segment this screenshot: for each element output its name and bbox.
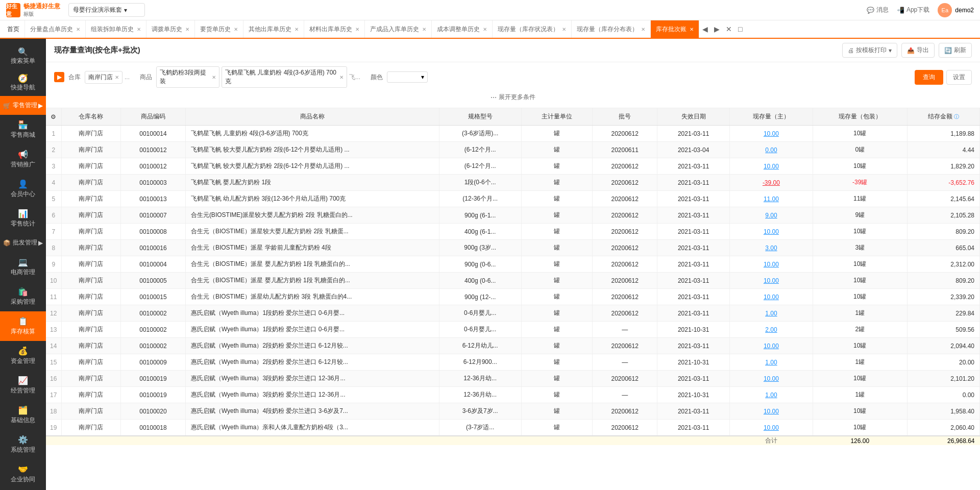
sidebar-item-stock[interactable]: 📋 库存核算 bbox=[0, 311, 46, 341]
sidebar-item-ecommerce[interactable]: 💻 电商管理 bbox=[0, 252, 46, 282]
tab-stock-dist[interactable]: 现存量（库存分布表）✕ bbox=[572, 20, 651, 38]
tab-prev-btn[interactable]: ◀ bbox=[699, 20, 711, 38]
tab-batch[interactable]: 库存批次账✕ bbox=[651, 20, 699, 38]
sidebar: 🔍 搜索英单 🧭 快捷导航 🛒 零售管理 ▶ 🏪 零售商城 📢 营销推广 👤 会… bbox=[0, 39, 46, 490]
col-settings[interactable]: ⚙ bbox=[46, 108, 61, 126]
tab-close[interactable]: ✕ bbox=[76, 27, 80, 32]
app-download-btn[interactable]: 📲 App下载 bbox=[897, 6, 929, 14]
sidebar-item-marketing[interactable]: 📢 营销推广 bbox=[0, 144, 46, 174]
export-icon: 📤 bbox=[907, 47, 915, 54]
sidebar-item-finance[interactable]: 💰 资金管理 bbox=[0, 341, 46, 371]
sidebar-item-basic[interactable]: 🗂️ 基础信息 bbox=[0, 400, 46, 430]
tab-split-inventory[interactable]: 分量盘点单历史✕ bbox=[25, 20, 86, 38]
sidebar-item-purchase[interactable]: 🛍️ 采购管理 bbox=[0, 282, 46, 311]
export-btn[interactable]: 📤 导出 bbox=[901, 43, 935, 58]
tab-next-btn[interactable]: ▶ bbox=[711, 20, 723, 38]
tab-stock-status[interactable]: 现存量（库存状况表）✕ bbox=[493, 20, 572, 38]
avatar: Ea bbox=[938, 3, 952, 17]
table-row: 10 南岸门店 00100005 合生元（BIOSTIME）派星 婴儿配方奶粉 … bbox=[46, 273, 980, 289]
expand-more-btn[interactable]: ⋯ 展开更多条件 bbox=[54, 91, 972, 104]
tab-cost-adjust[interactable]: 成本调整单历史✕ bbox=[432, 20, 493, 38]
sidebar-item-retail-shop[interactable]: 🏪 零售商城 bbox=[0, 115, 46, 144]
product-ellipsis[interactable]: 飞... bbox=[349, 73, 360, 82]
product-tag-2-close[interactable]: ✕ bbox=[339, 75, 344, 80]
top-bar-right: 💬 消息 📲 App下载 Ea demo2 bbox=[867, 3, 974, 17]
tab-close[interactable]: ✕ bbox=[483, 27, 487, 32]
warehouse-ellipsis[interactable]: ... bbox=[125, 74, 130, 81]
product-tag-2[interactable]: 飞鹤星飞帆 儿童奶粉 4段(3-6岁适用) 700克 ✕ bbox=[222, 66, 347, 88]
col-warehouse: 仓库名称 bbox=[61, 108, 121, 126]
data-table: ⚙ 仓库名称 商品编码 商品名称 规格型号 主计量单位 批号 失效日期 现存量（… bbox=[46, 108, 980, 445]
basic-icon: 🗂️ bbox=[18, 405, 28, 415]
message-btn[interactable]: 💬 消息 bbox=[867, 6, 889, 14]
sidebar-item-retail[interactable]: 🛒 零售管理 ▶ bbox=[0, 96, 46, 115]
app-download-icon: 📲 bbox=[897, 7, 904, 14]
table-row: 4 南岸门店 00100003 飞鹤星飞帆 婴儿配方奶粉 1段 1段(0-6个.… bbox=[46, 175, 980, 191]
table-row: 9 南岸门店 00100004 合生元（BIOSTIME）派星 婴儿配方奶粉 1… bbox=[46, 256, 980, 273]
product-tag-1-close[interactable]: ✕ bbox=[212, 75, 216, 80]
wholesale-icon: 📦 bbox=[3, 239, 11, 247]
tab-close[interactable]: ✕ bbox=[137, 27, 141, 32]
tab-product-in[interactable]: 产成品入库单历史✕ bbox=[365, 20, 432, 38]
table-row: 16 南岸门店 00100019 惠氏启赋（Wyeth illuma）3段奶粉 … bbox=[46, 371, 980, 387]
sidebar-item-system[interactable]: ⚙️ 系统管理 bbox=[0, 430, 46, 459]
table-body: 1 南岸门店 00100014 飞鹤星飞帆 儿童奶粉 4段(3-6岁适用) 70… bbox=[46, 126, 980, 436]
sidebar-item-enterprise[interactable]: 🤝 企业协同 bbox=[0, 459, 46, 489]
filter-row: ▶ 合库 南岸门店 ✕ ... 商品 飞鹤奶粉3段两提装 ✕ 飞 bbox=[54, 66, 972, 88]
color-input[interactable]: ▾ bbox=[387, 71, 428, 83]
setting-btn[interactable]: 设置 bbox=[946, 70, 972, 85]
retail-icon: 🛒 bbox=[3, 102, 11, 109]
product-tag-1[interactable]: 飞鹤奶粉3段两提装 ✕ bbox=[156, 66, 219, 88]
table-row: 12 南岸门店 00100002 惠氏启赋（Wyeth illuma）1段奶粉 … bbox=[46, 305, 980, 322]
tab-disassemble[interactable]: 组装拆卸单历史✕ bbox=[86, 20, 146, 38]
tab-close[interactable]: ✕ bbox=[355, 27, 359, 32]
table-row: 17 南岸门店 00100019 惠氏启赋（Wyeth illuma）3段奶粉 … bbox=[46, 387, 980, 403]
sidebar-item-member[interactable]: 👤 会员中心 bbox=[0, 174, 46, 204]
warehouse-tag-close[interactable]: ✕ bbox=[115, 75, 119, 80]
amount-info-icon[interactable]: ⓘ bbox=[954, 114, 959, 119]
table-row: 14 南岸门店 00100002 惠氏启赋（Wyeth illuma）2段奶粉 … bbox=[46, 338, 980, 354]
tab-close[interactable]: ✕ bbox=[690, 27, 694, 32]
tab-material-out[interactable]: 材料出库单历史✕ bbox=[304, 20, 365, 38]
refresh-icon: 🔄 bbox=[944, 47, 952, 54]
tab-other-out[interactable]: 其他出库单历史✕ bbox=[243, 20, 304, 38]
col-amount: 结存金额 ⓘ bbox=[907, 108, 979, 126]
tab-close[interactable]: ✕ bbox=[641, 27, 645, 32]
sidebar-search[interactable]: 🔍 搜索英单 bbox=[0, 43, 46, 69]
tab-close[interactable]: ✕ bbox=[295, 27, 299, 32]
expand-toggle-btn[interactable]: ▶ bbox=[54, 72, 64, 82]
col-code: 商品编码 bbox=[121, 108, 186, 126]
tab-close[interactable]: ✕ bbox=[422, 27, 426, 32]
query-btn[interactable]: 查询 bbox=[915, 70, 943, 85]
tab-close[interactable]: ✕ bbox=[185, 27, 189, 32]
warehouse-tag[interactable]: 南岸门店 ✕ bbox=[85, 71, 122, 84]
ecommerce-icon: 💻 bbox=[18, 257, 28, 267]
account-selector[interactable]: 母婴行业演示账套 ▾ bbox=[68, 3, 145, 17]
tab-close-all-btn[interactable]: ✕ bbox=[723, 20, 735, 38]
tab-maximize-btn[interactable]: □ bbox=[735, 20, 745, 38]
purchase-icon: 🛍️ bbox=[18, 287, 28, 297]
top-bar: 好生意 畅捷通好生意 标版 母婴行业演示账套 ▾ 💬 消息 📲 App下载 Ea… bbox=[0, 0, 980, 20]
sidebar-item-retail-stats[interactable]: 📊 零售统计 bbox=[0, 204, 46, 233]
logo-subtitle: 标版 bbox=[23, 11, 60, 18]
tab-home[interactable]: 首页 bbox=[2, 20, 25, 38]
refresh-btn[interactable]: 🔄 刷新 bbox=[939, 43, 972, 58]
warehouse-label: 合库 bbox=[68, 73, 81, 82]
warehouse-tags: 南岸门店 ✕ ... bbox=[85, 71, 130, 84]
content-area: 现存量查询(按仓库+批次) 🖨 按模板打印 ▾ 📤 导出 🔄 刷新 bbox=[46, 39, 980, 490]
sidebar-nav[interactable]: 🧭 快捷导航 bbox=[0, 69, 46, 96]
retail-shop-icon: 🏪 bbox=[18, 120, 28, 130]
sidebar-item-operation[interactable]: 📈 经营管理 bbox=[0, 371, 46, 400]
tab-close[interactable]: ✕ bbox=[562, 27, 566, 32]
table-row: 18 南岸门店 00100020 惠氏启赋（Wyeth illuma）4段奶粉 … bbox=[46, 403, 980, 420]
tab-requisition[interactable]: 要货单历史✕ bbox=[195, 20, 243, 38]
tab-transfer[interactable]: 调拨单历史✕ bbox=[146, 20, 195, 38]
table-row: 13 南岸门店 00100002 惠氏启赋（Wyeth illuma）1段奶粉 … bbox=[46, 322, 980, 338]
message-icon: 💬 bbox=[867, 7, 874, 14]
template-print-btn[interactable]: 🖨 按模板打印 ▾ bbox=[842, 43, 897, 58]
tab-close[interactable]: ✕ bbox=[234, 27, 238, 32]
chevron-down-icon: ▾ bbox=[889, 47, 892, 54]
sidebar-item-wholesale[interactable]: 📦 批发管理 ▶ bbox=[0, 233, 46, 252]
user-area[interactable]: Ea demo2 bbox=[938, 3, 974, 17]
query-actions: 查询 设置 bbox=[915, 70, 972, 85]
